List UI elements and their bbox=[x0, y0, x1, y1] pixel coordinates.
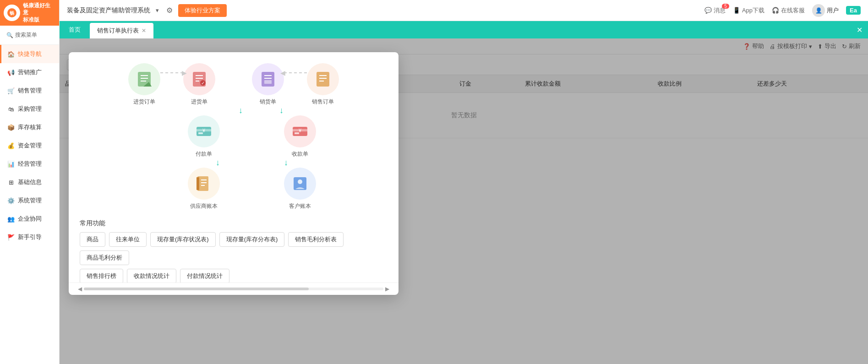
system-dropdown[interactable]: ▾ bbox=[156, 7, 159, 14]
svg-point-34 bbox=[298, 179, 302, 184]
payment-icon: ¥ bbox=[188, 115, 220, 147]
chart-icon: 📊 bbox=[7, 160, 15, 168]
settings-gear-icon[interactable]: ⚙ bbox=[166, 6, 173, 15]
fn-btn-product[interactable]: 商品 bbox=[80, 232, 105, 247]
user-icon: 👤 bbox=[815, 7, 822, 14]
sales-order-label: 销售订单 bbox=[312, 98, 334, 106]
common-functions: 常用功能 商品 往来单位 现存量(库存状况表) 现存量(库存分布表) 销售毛利分… bbox=[80, 219, 388, 283]
tab-bar-close-button[interactable]: ✕ bbox=[857, 26, 863, 34]
flow-row-3: 供应商账本 客户账本 bbox=[80, 168, 388, 210]
function-btn-group-1: 商品 往来单位 现存量(库存状况表) 现存量(库存分布表) 销售毛利分析表 商品… bbox=[80, 232, 388, 265]
system-title: 装备及固定资产辅助管理系统 bbox=[67, 6, 150, 15]
tab-close-button[interactable]: ✕ bbox=[142, 27, 146, 34]
tab-home[interactable]: 首页 bbox=[60, 22, 90, 38]
function-btn-group-2: 销售排行榜 收款情况统计 付款情况统计 bbox=[80, 269, 388, 283]
flow-arrows-row3: ↓ ↓ bbox=[80, 158, 388, 168]
settings-icon: ⚙️ bbox=[7, 196, 15, 205]
arrow-down-purchase: ↓ bbox=[239, 106, 243, 115]
main-area: 装备及固定资产辅助管理系统 ▾ ⚙ 体验行业方案 💬 消息 5 📱 App下载 … bbox=[60, 0, 868, 364]
svg-rect-16 bbox=[317, 72, 329, 87]
flow-node-purchase-receipt: ✓ 进货单 bbox=[183, 63, 215, 106]
sidebar-item-guide[interactable]: 🚩 新手引导 bbox=[0, 228, 59, 246]
scrollbar-track[interactable] bbox=[84, 288, 383, 290]
svg-text:¥: ¥ bbox=[202, 128, 205, 133]
logo-icon: 畅 bbox=[4, 5, 20, 21]
people-icon: 👥 bbox=[7, 215, 15, 223]
receipt-icon: ¥ bbox=[284, 115, 316, 147]
megaphone-icon: 📢 bbox=[7, 68, 15, 76]
fn-btn-stock-status[interactable]: 现存量(库存状况表) bbox=[150, 232, 216, 247]
popup-overlay: 进货订单 ▶ ✓ bbox=[60, 38, 868, 364]
flag-icon: 🚩 bbox=[7, 233, 15, 241]
logo-text: 畅康通好生意 标准版 bbox=[23, 2, 55, 24]
svg-text:✓: ✓ bbox=[201, 81, 205, 86]
purchase-order-icon bbox=[128, 63, 160, 95]
sidebar-item-collab[interactable]: 👥 企业协同 bbox=[0, 210, 59, 228]
arrow-left-1: ◀ bbox=[284, 63, 307, 73]
search-icon: 🔍 bbox=[6, 32, 13, 38]
sales-order-icon bbox=[307, 63, 339, 95]
tab-sales-order[interactable]: 销售订单执行表 ✕ bbox=[90, 23, 153, 38]
message-icon: 💬 bbox=[704, 7, 712, 14]
search-menu-button[interactable]: 🔍 搜索菜单 bbox=[4, 29, 55, 41]
service-icon: 🎧 bbox=[772, 7, 779, 14]
cart-icon: 🛒 bbox=[7, 87, 15, 95]
scrollbar-right-arrow[interactable]: ▶ bbox=[383, 286, 391, 292]
experience-button[interactable]: 体验行业方案 bbox=[178, 4, 227, 17]
sidebar-item-basic[interactable]: ⊞ 基础信息 bbox=[0, 173, 59, 191]
flow-node-sales-order: 销售订单 bbox=[307, 63, 339, 106]
fn-btn-product-margin[interactable]: 商品毛利分析 bbox=[80, 250, 129, 265]
sidebar-item-marketing[interactable]: 📢 营销推广 bbox=[0, 63, 59, 81]
receipt-label: 收款单 bbox=[292, 150, 308, 158]
payment-label: 付款单 bbox=[196, 150, 212, 158]
fn-btn-stock-dist[interactable]: 现存量(库存分布表) bbox=[219, 232, 285, 247]
flow-node-sales-receipt: 销货单 bbox=[252, 63, 284, 106]
grid-icon: ⊞ bbox=[7, 178, 15, 186]
sidebar-item-inventory[interactable]: 📦 库存核算 bbox=[0, 118, 59, 136]
top-header: 装备及固定资产辅助管理系统 ▾ ⚙ 体验行业方案 💬 消息 5 📱 App下载 … bbox=[60, 0, 868, 21]
flow-node-customer-ledger: 客户账本 bbox=[284, 168, 316, 210]
fn-btn-sales-rank[interactable]: 销售排行榜 bbox=[80, 269, 123, 283]
sidebar-item-purchase[interactable]: 🛍 采购管理 bbox=[0, 100, 59, 118]
arrow-down-sales: ↓ bbox=[279, 106, 284, 115]
popup-content: 进货订单 ▶ ✓ bbox=[69, 52, 399, 283]
sidebar-item-operations[interactable]: 📊 经营管理 bbox=[0, 155, 59, 173]
sidebar: 畅 畅康通好生意 标准版 🔍 搜索菜单 🏠 快捷导航 📢 营销推广 bbox=[0, 0, 60, 364]
sidebar-item-sales[interactable]: 🛒 销售管理 bbox=[0, 81, 59, 100]
scrollbar-left-arrow[interactable]: ◀ bbox=[76, 286, 84, 292]
svg-rect-12 bbox=[262, 72, 274, 87]
message-button[interactable]: 💬 消息 5 bbox=[704, 6, 726, 15]
sales-receipt-label: 销货单 bbox=[260, 98, 276, 106]
box-icon: 📦 bbox=[7, 123, 15, 131]
fn-btn-partner[interactable]: 往来单位 bbox=[109, 232, 147, 247]
app-download-button[interactable]: 📱 App下载 bbox=[733, 6, 764, 15]
sidebar-item-finance[interactable]: 💰 资金管理 bbox=[0, 136, 59, 155]
flow-popup: 进货订单 ▶ ✓ bbox=[69, 52, 399, 295]
customer-ledger-icon bbox=[284, 168, 316, 200]
sales-receipt-icon bbox=[252, 63, 284, 95]
online-service-button[interactable]: 🎧 在线客服 bbox=[772, 6, 805, 15]
spacer-mid bbox=[243, 106, 279, 115]
user-name: 用户 bbox=[827, 6, 839, 15]
sidebar-item-quick-nav[interactable]: 🏠 快捷导航 bbox=[0, 45, 59, 63]
customer-ledger-label: 客户账本 bbox=[289, 202, 311, 210]
svg-text:畅: 畅 bbox=[10, 11, 14, 16]
common-functions-title: 常用功能 bbox=[80, 219, 388, 228]
supplier-ledger-icon bbox=[188, 168, 220, 200]
sidebar-search[interactable]: 🔍 搜索菜单 bbox=[0, 26, 59, 45]
ea-badge: Ea bbox=[846, 7, 861, 14]
svg-text:¥: ¥ bbox=[298, 128, 301, 133]
fn-btn-receipt-stats[interactable]: 收款情况统计 bbox=[127, 269, 176, 283]
sidebar-item-system[interactable]: ⚙️ 系统管理 bbox=[0, 191, 59, 210]
fn-btn-sales-margin[interactable]: 销售毛利分析表 bbox=[288, 232, 344, 247]
sidebar-nav: 🏠 快捷导航 📢 营销推广 🛒 销售管理 🛍 采购管理 📦 库存核算 💰 bbox=[0, 45, 59, 364]
flow-row-2: ¥ 付款单 ¥ 收款单 bbox=[80, 115, 388, 158]
purchase-order-label: 进货订单 bbox=[133, 98, 155, 106]
user-profile[interactable]: 👤 用户 bbox=[812, 4, 839, 17]
home-icon: 🏠 bbox=[7, 50, 15, 58]
wallet-icon: 💰 bbox=[7, 141, 15, 150]
receipt-down-col: ↓ bbox=[284, 158, 288, 168]
purchase-receipt-label: 进货单 bbox=[191, 98, 207, 106]
fn-btn-payment-stats[interactable]: 付款情况统计 bbox=[180, 269, 229, 283]
header-right: 💬 消息 5 📱 App下载 🎧 在线客服 👤 用户 bbox=[704, 4, 861, 17]
